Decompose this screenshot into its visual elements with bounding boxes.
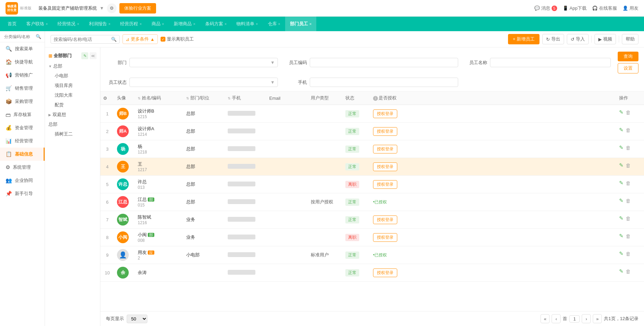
tab-new-product[interactable]: 新增商品 × — [169, 17, 200, 31]
help-button[interactable]: 帮助 — [622, 34, 638, 44]
emp-name-filter-input[interactable] — [490, 58, 611, 67]
close-icon[interactable]: × — [225, 22, 227, 26]
tab-home[interactable]: 首页 — [3, 17, 21, 31]
dept-collapse-button[interactable]: ≪ — [90, 52, 97, 59]
dept-node-general[interactable]: ▼ 总部 — [45, 61, 100, 71]
search-input[interactable] — [54, 37, 109, 42]
tab-profit[interactable]: 利润报告 × — [84, 17, 115, 31]
message-button[interactable]: 💬 消息 5 — [534, 5, 557, 11]
prev-page-button[interactable]: ‹ — [552, 314, 561, 323]
dept-filter-select[interactable]: ▼ — [129, 58, 278, 67]
phone-filter-input[interactable] — [310, 78, 458, 87]
tab-customer[interactable]: 客户联络 × — [21, 17, 53, 31]
close-icon[interactable]: × — [162, 22, 164, 26]
tab-operations[interactable]: 经营情况 × — [53, 17, 84, 31]
dept-node-project[interactable]: 项目库房 — [45, 81, 100, 90]
add-employee-button[interactable]: + 新增员工 — [508, 34, 539, 44]
edit-button[interactable]: ✎ — [619, 233, 624, 239]
sidebar-item-inventory[interactable]: 🗃 库存核算 — [0, 108, 45, 121]
more-filter-button[interactable]: ⊿ 更多条件 ▲ — [123, 34, 158, 44]
edit-button[interactable]: ✎ — [619, 162, 624, 168]
auth-button[interactable]: 授权登录 — [373, 162, 397, 171]
edit-button[interactable]: ✎ — [619, 268, 624, 274]
settings-button[interactable]: ⚙ — [107, 3, 117, 13]
dept-node-small-elec[interactable]: 小电部 — [45, 71, 100, 81]
tab-dept-staff[interactable]: 部门员工 × — [285, 17, 316, 31]
sidebar-item-search[interactable]: 🔍 搜索菜单 — [0, 42, 45, 55]
delete-button[interactable]: 🗑 — [626, 268, 631, 274]
edit-button[interactable]: ✎ — [619, 127, 624, 133]
tab-history[interactable]: 经营历程 × — [115, 17, 146, 31]
sidebar-item-finance[interactable]: 💰 资金管理 — [0, 121, 45, 134]
auth-button[interactable]: 授权登录 — [373, 268, 397, 277]
delete-button[interactable]: 🗑 — [626, 233, 631, 239]
delete-button[interactable]: 🗑 — [626, 145, 631, 151]
sidebar-item-guide[interactable]: 📌 新手引导 — [0, 187, 45, 200]
close-icon[interactable]: × — [46, 22, 48, 26]
edit-button[interactable]: ✎ — [619, 109, 624, 115]
sidebar-item-collab[interactable]: 👥 企业协同 — [0, 174, 45, 187]
dept-edit-button[interactable]: ✎ — [81, 52, 88, 59]
query-button[interactable]: 查询 — [618, 52, 638, 61]
sort-icon[interactable]: ⇅ — [138, 96, 140, 100]
close-icon[interactable]: × — [309, 22, 311, 26]
delete-button[interactable]: 🗑 — [626, 180, 631, 186]
user-menu[interactable]: 👤 用友 — [623, 5, 638, 11]
last-page-button[interactable]: » — [593, 314, 602, 323]
export-button[interactable]: ↻ 导出 — [542, 34, 564, 44]
edit-button[interactable]: ✎ — [619, 215, 624, 221]
delete-button[interactable]: 🗑 — [626, 162, 631, 168]
dept-node-seedling[interactable]: 插树王二 — [45, 129, 100, 139]
current-page[interactable]: 1 — [569, 315, 580, 323]
sidebar-item-purchase[interactable]: 📦 采购管理 — [0, 95, 45, 108]
online-service-button[interactable]: 🎧 在线客服 — [592, 5, 617, 11]
delete-button[interactable]: 🗑 — [626, 251, 631, 257]
sort-icon3[interactable]: ⇅ — [228, 96, 230, 100]
next-page-button[interactable]: › — [582, 314, 591, 323]
dept-node-hq[interactable]: 总部 — [45, 120, 100, 129]
tab-bom[interactable]: 物料清单 × — [232, 17, 263, 31]
close-icon[interactable]: × — [77, 22, 79, 26]
delete-button[interactable]: 🗑 — [626, 127, 631, 133]
sidebar-item-basic-info[interactable]: 📋 基础信息 — [0, 148, 45, 161]
settings-col-icon[interactable]: ⚙ — [103, 96, 107, 101]
sidebar-item-system[interactable]: ⚙ 系统管理 — [0, 161, 45, 174]
edit-button[interactable]: ✎ — [619, 180, 624, 186]
close-icon[interactable]: × — [108, 22, 110, 26]
import-button[interactable]: ↺ 导入 — [567, 34, 589, 44]
page-size-select[interactable]: 50 100 — [127, 315, 147, 323]
dept-node-shenyang[interactable]: 沈阳大库 — [45, 90, 100, 100]
sidebar-item-operations[interactable]: 📊 经营管理 — [0, 134, 45, 148]
sidebar-item-quick-nav[interactable]: 🏠 快捷导航 — [0, 55, 45, 69]
emp-code-filter-input[interactable] — [310, 58, 458, 67]
close-icon[interactable]: × — [256, 22, 258, 26]
tab-product[interactable]: 商品 × — [147, 17, 169, 31]
first-page-button[interactable]: « — [541, 314, 550, 323]
dept-node-delivery[interactable]: 配货 — [45, 100, 100, 110]
set-button[interactable]: 设置 — [618, 63, 638, 73]
sort-icon2[interactable]: ⇅ — [186, 96, 189, 100]
search-submit-icon[interactable]: 🔍 — [111, 37, 117, 42]
show-resigned-checkbox[interactable]: ✓ 显示离职员工 — [161, 36, 194, 42]
close-icon[interactable]: × — [139, 22, 142, 26]
close-icon[interactable]: × — [193, 22, 195, 26]
auth-button[interactable]: 授权登录 — [373, 145, 397, 153]
app-download-button[interactable]: 📱 App下载 — [563, 5, 587, 11]
delete-button[interactable]: 🗑 — [626, 215, 631, 221]
sidebar-search-input[interactable] — [4, 34, 34, 39]
emp-status-filter-select[interactable]: ▼ — [129, 78, 278, 87]
dept-node-double-think[interactable]: ▶ 双庭想 — [45, 110, 100, 120]
auth-button[interactable]: 授权登录 — [373, 233, 397, 242]
auth-button[interactable]: 授权登录 — [373, 127, 397, 136]
edit-button[interactable]: ✎ — [619, 250, 624, 257]
auth-button[interactable]: 授权登录 — [373, 180, 397, 189]
sidebar-item-sales[interactable]: 🛒 销售管理 — [0, 82, 45, 95]
tab-warehouse[interactable]: 仓库 × — [263, 17, 285, 31]
edit-button[interactable]: ✎ — [619, 144, 624, 151]
close-icon[interactable]: × — [278, 22, 280, 26]
edit-button[interactable]: ✎ — [619, 197, 624, 204]
auth-button[interactable]: 授权登录 — [373, 215, 397, 224]
sidebar-item-marketing[interactable]: 📢 营销推广 — [0, 69, 45, 82]
delete-button[interactable]: 🗑 — [626, 109, 631, 115]
tab-barcode[interactable]: 条码方案 × — [200, 17, 232, 31]
